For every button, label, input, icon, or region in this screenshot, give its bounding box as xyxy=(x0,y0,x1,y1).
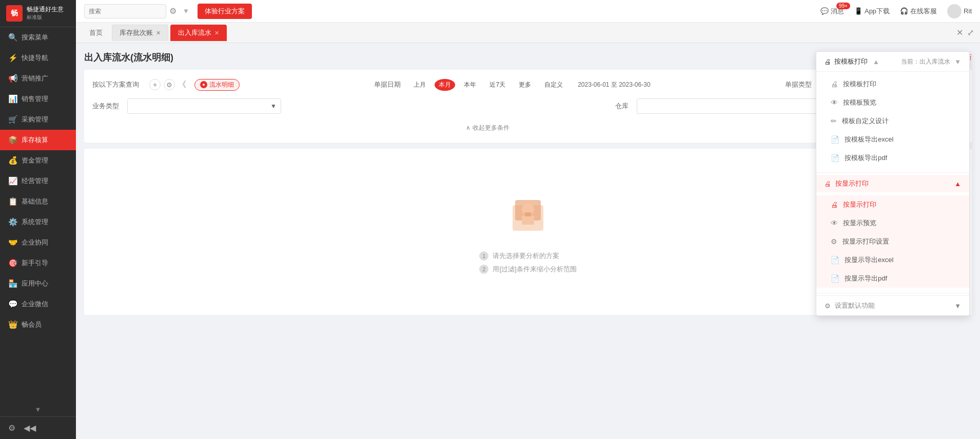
date-btn-more[interactable]: 更多 xyxy=(514,79,536,91)
search-input[interactable] xyxy=(84,4,166,18)
empty-steps: 1 请先选择要分析的方案 2 用[过滤]条件来缩小分析范围 xyxy=(479,251,576,274)
sidebar-item-purchase[interactable]: 🛒 采购管理 xyxy=(0,109,76,130)
service-icon: 🎧 xyxy=(900,7,908,15)
sidebar-item-system[interactable]: ⚙️ 系统管理 xyxy=(0,212,76,232)
display-settings-icon: ⚙ xyxy=(831,237,837,246)
display-preview-item[interactable]: 👁 按显示预览 xyxy=(816,214,969,232)
empty-step-1: 1 请先选择要分析的方案 xyxy=(479,251,576,261)
collapse-up-icon: ∧ xyxy=(466,124,471,131)
tab-batch[interactable]: 库存批次账 ✕ xyxy=(112,25,168,41)
sidebar-item-search[interactable]: 🔍 搜索菜单 xyxy=(0,27,76,48)
display-subheader-icon: 🖨 xyxy=(825,180,831,188)
sidebar-item-appstore[interactable]: 🏪 应用中心 xyxy=(0,273,76,294)
sidebar: 畅 畅捷通好生意 标准版 🔍 搜索菜单 ⚡ 快捷导航 📢 营销推广 📊 销 xyxy=(0,0,76,439)
username-label: Rit xyxy=(964,7,972,15)
template-custom-item[interactable]: ✏ 模板自定义设计 xyxy=(816,112,969,130)
svg-rect-3 xyxy=(522,215,534,225)
search-icon: 🔍 xyxy=(8,33,17,42)
online-service-item[interactable]: 🎧 在线客服 xyxy=(900,7,937,16)
current-template-label: 当前：出入库流水 xyxy=(901,57,950,66)
filter-actions: + ⚙ 《 xyxy=(149,79,186,90)
basics-icon: 📋 xyxy=(8,197,17,206)
biz-type-label: 业务类型 xyxy=(92,102,119,111)
sidebar-item-finance[interactable]: 💰 资金管理 xyxy=(0,150,76,171)
message-icon: 💬 xyxy=(820,7,829,15)
tab-flow-close[interactable]: ✕ xyxy=(214,30,219,36)
date-btn-year[interactable]: 本年 xyxy=(459,79,481,91)
dropdown-arrow-icon[interactable]: ▼ xyxy=(183,7,189,15)
dropdown-header-arrow[interactable]: ▲ xyxy=(873,58,879,66)
display-pdf-icon: 📄 xyxy=(831,274,839,283)
sidebar-item-wechat[interactable]: 💬 企业微信 xyxy=(0,294,76,314)
sidebar-item-guide[interactable]: 🎯 新手引导 xyxy=(0,253,76,273)
filter-collapse-icon[interactable]: 《 xyxy=(178,79,186,90)
logo-icon: 畅 xyxy=(6,5,23,22)
trial-button[interactable]: 体验行业方案 xyxy=(198,4,252,19)
tab-maximize-icon[interactable]: ⤢ xyxy=(967,28,974,37)
display-print-item[interactable]: 🖨 按显示打印 xyxy=(816,195,969,214)
display-print-icon: 🖨 xyxy=(831,201,838,209)
tabbar: 首页 库存批次账 ✕ 出入库流水 ✕ ✕ ⤢ xyxy=(76,23,980,43)
collapse-button[interactable]: ∧ 收起更多条件 xyxy=(466,124,509,132)
sidebar-item-sales[interactable]: 📊 销售管理 xyxy=(0,89,76,109)
dropdown-header-title: 🖨 按模板打印 ▲ xyxy=(825,57,879,66)
tab-close-all-icon[interactable]: ✕ xyxy=(956,28,963,37)
wechat-icon: 💬 xyxy=(8,300,17,309)
system-icon: ⚙️ xyxy=(8,217,17,227)
settings-bottom-icon[interactable]: ⚙ xyxy=(8,423,15,433)
message-item[interactable]: 💬 消息 99+ xyxy=(820,7,844,16)
filter-chip: ● 流水明细 xyxy=(194,79,240,91)
current-template-arrow[interactable]: ▼ xyxy=(954,58,961,66)
date-btn-7days[interactable]: 近7天 xyxy=(485,79,510,91)
topbar-search: ⚙ xyxy=(84,4,177,18)
sidebar-scroll-down[interactable]: ▼ xyxy=(0,403,76,416)
svg-rect-4 xyxy=(525,212,531,216)
date-btn-custom[interactable]: 自定义 xyxy=(540,79,567,91)
template-preview-icon: 👁 xyxy=(831,98,838,107)
sidebar-item-basics[interactable]: 📋 基础信息 xyxy=(0,191,76,212)
app-download-item[interactable]: 📱 App下载 xyxy=(854,7,890,16)
print-header-icon: 🖨 xyxy=(825,58,831,66)
display-excel-icon: 📄 xyxy=(831,256,839,264)
display-settings-item[interactable]: ⚙ 按显示打印设置 xyxy=(816,232,969,251)
template-excel-item[interactable]: 📄 按模板导出excel xyxy=(816,130,969,149)
template-section: 🖨 按模板打印 👁 按模板预览 ✏ 模板自定义设计 📄 按模板导出excel 📄… xyxy=(816,72,969,170)
sidebar-item-collab[interactable]: 🤝 企业协同 xyxy=(0,232,76,253)
display-excel-item[interactable]: 📄 按显示导出excel xyxy=(816,251,969,269)
empty-step-2: 2 用[过滤]条件来缩小分析范围 xyxy=(479,265,576,274)
date-btn-last-month[interactable]: 上月 xyxy=(409,79,430,91)
sidebar-item-member[interactable]: 👑 畅会员 xyxy=(0,314,76,335)
tab-flow[interactable]: 出入库流水 ✕ xyxy=(170,25,227,41)
topbar-settings-icon[interactable]: ⚙ xyxy=(169,6,177,16)
collapse-sidebar-icon[interactable]: ◀◀ xyxy=(24,423,36,433)
template-excel-icon: 📄 xyxy=(831,135,839,144)
sidebar-item-marketing[interactable]: 📢 营销推广 xyxy=(0,68,76,89)
guide-icon: 🎯 xyxy=(8,258,17,268)
date-range-text: 2023-06-01 至 2023-06-30 xyxy=(578,81,650,89)
template-pdf-icon: 📄 xyxy=(831,154,839,162)
tab-batch-close[interactable]: ✕ xyxy=(156,30,161,36)
dropdown-footer-divider xyxy=(816,293,969,293)
template-print-item[interactable]: 🖨 按模板打印 xyxy=(816,75,969,93)
display-pdf-item[interactable]: 📄 按显示导出pdf xyxy=(816,269,969,288)
filter-set-button[interactable]: ⚙ xyxy=(164,79,175,90)
template-preview-item[interactable]: 👁 按模板预览 xyxy=(816,93,969,112)
app-download-icon: 📱 xyxy=(854,7,863,15)
template-pdf-item[interactable]: 📄 按模板导出pdf xyxy=(816,149,969,167)
date-btn-current-month[interactable]: 本月 xyxy=(435,79,455,91)
date-label: 单据日期 xyxy=(374,80,401,89)
dropdown-footer[interactable]: ⚙ 设置默认功能 ▼ xyxy=(816,295,969,315)
sidebar-item-operations[interactable]: 📈 经营管理 xyxy=(0,171,76,191)
sidebar-item-shortcut[interactable]: ⚡ 快捷导航 xyxy=(0,48,76,68)
filter-add-button[interactable]: + xyxy=(149,79,161,90)
page-title: 出入库流水(流水明细) xyxy=(84,51,173,64)
marketing-icon: 📢 xyxy=(8,74,17,83)
date-filter: 上月 本月 本年 近7天 更多 自定义 xyxy=(409,79,567,91)
tab-home[interactable]: 首页 xyxy=(82,25,110,41)
user-avatar-item[interactable]: Rit xyxy=(947,4,972,18)
step-2-num: 2 xyxy=(479,265,488,274)
sidebar-item-inventory[interactable]: 📦 库存核算 xyxy=(0,130,76,150)
display-subheader[interactable]: 🖨 按显示打印 ▲ xyxy=(816,175,969,192)
display-subheader-arrow: ▲ xyxy=(954,180,961,188)
biz-type-select[interactable]: ▼ xyxy=(127,98,281,114)
